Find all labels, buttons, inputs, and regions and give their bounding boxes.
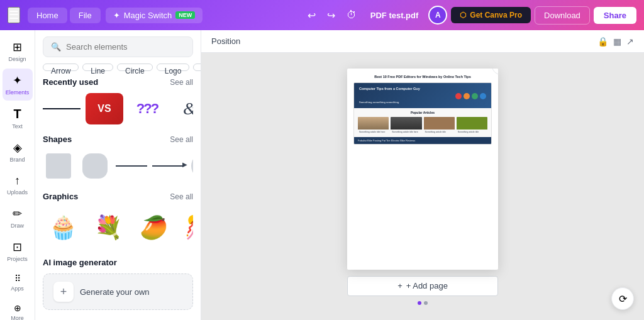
file-nav-button[interactable]: File <box>70 8 101 23</box>
page-dots <box>418 301 428 305</box>
icon-sidebar: ⊞ Design ✦ Elements T Text ◈ Brand ↑ Upl… <box>0 30 35 320</box>
sidebar-item-more[interactable]: ⊕ More <box>3 298 33 320</box>
sidebar-item-text[interactable]: T Text <box>3 102 33 135</box>
article-preview: Computer Tips from a Computer Guy Someth… <box>353 82 492 145</box>
graphic-item-ice-cream[interactable]: 🧁 <box>43 207 83 248</box>
draw-icon: ✏ <box>13 207 22 221</box>
undo-button[interactable]: ↩ <box>304 7 319 24</box>
sidebar-item-draw[interactable]: ✏ Draw <box>3 202 33 234</box>
graphic-item-party[interactable]: 🎊 <box>179 207 193 248</box>
recently-used-see-all[interactable]: See all <box>170 78 193 87</box>
card-2-text: Something article title here <box>391 130 421 135</box>
sidebar-item-uploads[interactable]: ↑ Uploads <box>3 169 33 201</box>
shape-rounded-rect[interactable] <box>79 150 111 182</box>
elements-icon: ✦ <box>13 74 22 87</box>
graphics-see-all[interactable]: See all <box>170 192 193 201</box>
canvas-area: Position 🔒 ▦ ↗ ↺ Best 10 Free PDF Editor… <box>201 30 644 320</box>
add-page-icon: + <box>397 281 402 290</box>
share-button[interactable]: Share <box>594 7 636 24</box>
card-4-image <box>457 117 487 130</box>
position-toolbar: Position 🔒 ▦ ↗ <box>201 30 644 53</box>
bouquet-graphic: 💐 <box>94 214 123 241</box>
question-marks-text: ??? <box>136 101 158 117</box>
hamburger-menu-button[interactable]: ☰ <box>8 7 20 23</box>
shape-arrow-line[interactable] <box>152 150 184 182</box>
ai-generate-button[interactable]: + Generate your own <box>43 273 193 310</box>
avatar[interactable]: A <box>428 6 447 25</box>
sidebar-item-label: Design <box>8 56 26 62</box>
home-nav-button[interactable]: Home <box>28 8 67 23</box>
add-page-label: + Add page <box>406 281 448 290</box>
recent-item-vs[interactable]: VS <box>86 93 123 124</box>
ampersand-text: & <box>183 99 193 119</box>
search-input[interactable] <box>66 42 185 52</box>
section-header-graphics: Graphics See all <box>43 192 193 201</box>
graphic-item-papaya[interactable]: 🥭 <box>133 207 174 248</box>
canva-pro-button[interactable]: ⬡ Get Canva Pro <box>451 7 531 23</box>
article-header: Computer Tips from a Computer Guy Someth… <box>354 83 491 108</box>
sidebar-item-label: Brand <box>9 157 25 163</box>
article-header-text: Computer Tips from a Computer Guy <box>359 87 486 92</box>
card-3-image <box>424 117 455 130</box>
recent-grid: VS ??? & › <box>43 93 193 124</box>
tag-circle[interactable]: Circle <box>117 63 153 71</box>
sidebar-item-projects[interactable]: ⊡ Projects <box>3 235 33 267</box>
timer-button[interactable]: ⏱ <box>343 7 360 23</box>
ai-plus-icon: + <box>53 282 74 302</box>
arrow-line-shape <box>152 165 184 167</box>
tag-arrow[interactable]: Arrow <box>43 63 79 71</box>
more-icon: ⊕ <box>14 303 21 313</box>
shape-square[interactable] <box>43 150 74 182</box>
line-shape <box>43 108 80 109</box>
article-subtext: Something something something <box>359 101 486 104</box>
circle-shape <box>191 153 193 179</box>
graphics-section: Graphics See all 🧁 💐 🥭 🎊 › <box>35 192 201 258</box>
projects-icon: ⊡ <box>13 240 22 254</box>
header-icon-red <box>455 93 462 99</box>
redo-button[interactable]: ↪ <box>323 7 339 24</box>
sidebar-item-label: More <box>11 315 24 320</box>
position-icon-lock[interactable]: 🔒 <box>597 36 608 47</box>
article-card-4: Something article title <box>457 117 487 135</box>
download-button[interactable]: Download <box>535 6 590 25</box>
tag-heart[interactable]: Hea > <box>193 63 201 71</box>
position-icon-grid[interactable]: ▦ <box>613 36 621 47</box>
shapes-see-all[interactable]: See all <box>170 135 193 144</box>
sidebar-item-elements[interactable]: ✦ Elements <box>3 69 33 101</box>
document-title[interactable]: PDF test.pdf <box>364 8 425 23</box>
topbar: ☰ Home File ✦ Magic Switch NEW ↩ ↪ ⏱ PDF… <box>0 0 644 30</box>
horse-image <box>358 117 389 130</box>
canvas-page-content: Best 10 Free PDF Editors for Windows by … <box>347 69 498 152</box>
shape-circle[interactable] <box>189 150 193 182</box>
graphic-item-bouquet[interactable]: 💐 <box>88 207 128 248</box>
article-card-3: Something article title <box>424 117 455 135</box>
square-shape <box>46 153 71 179</box>
position-label: Position <box>211 36 240 46</box>
elements-panel: 🔍 Arrow Line Circle Logo Hea > Recently … <box>35 30 201 320</box>
bike-image <box>391 117 421 130</box>
uploads-icon: ↑ <box>14 174 20 187</box>
new-badge: NEW <box>175 11 195 19</box>
position-icons: 🔒 ▦ ↗ <box>597 36 634 47</box>
canvas-container: ↺ Best 10 Free PDF Editors for Windows b… <box>335 53 511 320</box>
sidebar-item-brand[interactable]: ◈ Brand <box>3 136 33 168</box>
recent-item-question[interactable]: ??? <box>128 93 166 124</box>
sidebar-item-design[interactable]: ⊞ Design <box>3 35 33 67</box>
quick-tags: Arrow Line Circle Logo Hea > <box>35 63 201 77</box>
sidebar-item-apps[interactable]: ⠿ Apps <box>3 268 33 297</box>
article-cards: Something article title here Something a… <box>358 117 487 135</box>
tag-logo[interactable]: Logo <box>157 63 190 71</box>
recent-item-ampersand[interactable]: & <box>171 93 193 124</box>
shape-line-horizontal[interactable] <box>116 150 147 182</box>
magic-switch-button[interactable]: ✦ Magic Switch NEW <box>106 8 203 23</box>
magic-switch-label: Magic Switch <box>124 11 172 20</box>
recent-item-line[interactable] <box>43 93 80 124</box>
tag-line[interactable]: Line <box>82 63 113 71</box>
add-page-button[interactable]: + + Add page <box>347 276 498 296</box>
canva-assist-button[interactable]: ⟳ <box>611 287 634 310</box>
section-header-recent: Recently used See all <box>43 77 193 87</box>
position-icon-share[interactable]: ↗ <box>626 36 634 47</box>
rounded-rect-shape <box>82 153 108 179</box>
footer-text: Fabulist Bike Fasting Fat Tire Electric … <box>358 139 415 142</box>
header-icon-orange <box>464 93 470 99</box>
